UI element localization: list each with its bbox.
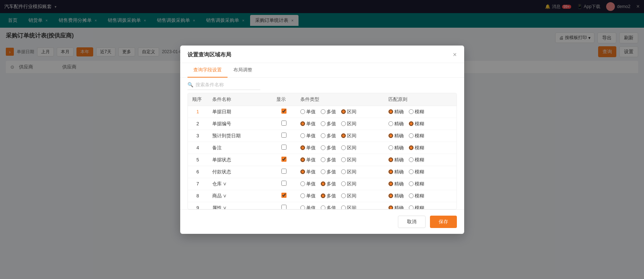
dialog-close-button[interactable]: × — [453, 51, 457, 58]
modal-overlay: 设置查询区域布局 × 查询字段设置 布局调整 🔍 顺序 条件名 — [0, 0, 644, 78]
tab-layout[interactable]: 布局调整 — [228, 63, 258, 78]
dialog-title: 设置查询区域布局 — [187, 51, 231, 58]
dialog-tabs: 查询字段设置 布局调整 — [180, 63, 464, 78]
dialog-header: 设置查询区域布局 × — [180, 46, 464, 63]
dialog: 设置查询区域布局 × 查询字段设置 布局调整 🔍 顺序 条件名 — [180, 46, 464, 78]
tab-query-fields[interactable]: 查询字段设置 — [187, 63, 228, 78]
